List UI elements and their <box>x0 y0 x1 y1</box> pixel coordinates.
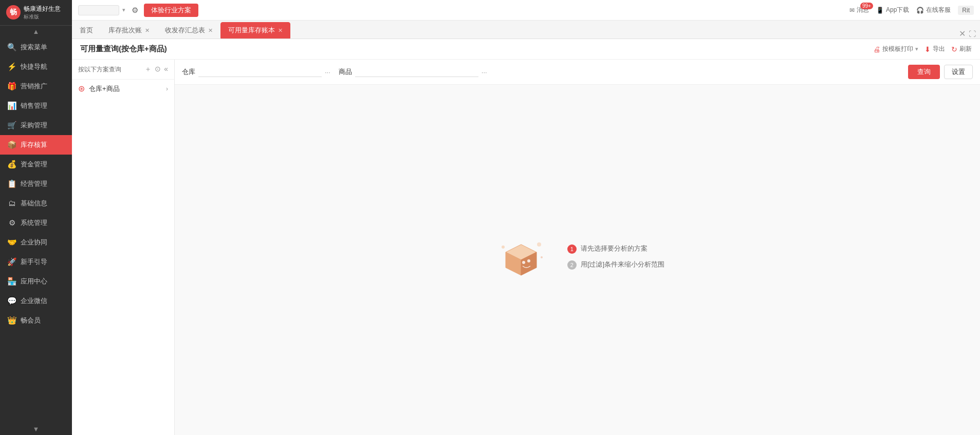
sidebar-item-sales[interactable]: 📊销售管理 <box>0 96 72 116</box>
shortcut-icon: ⚡ <box>7 62 16 71</box>
product-label: 商品 <box>339 67 352 77</box>
left-panel-item-warehouse[interactable]: ⊛ 仓库+商品 › <box>72 80 174 98</box>
sidebar-item-search[interactable]: 🔍搜索菜单 <box>0 37 72 57</box>
sidebar-item-inventory[interactable]: 📦库存核算 <box>0 135 72 155</box>
industry-solution-button[interactable]: 体验行业方案 <box>144 4 198 17</box>
sidebar-item-purchase[interactable]: 🛒采购管理 <box>0 116 72 135</box>
tab-home[interactable]: 首页 <box>72 22 101 39</box>
tab-bar-close-icon[interactable]: ✕ <box>959 29 966 39</box>
topbar: ▾ ⚙ 体验行业方案 ✉ 消息 99+ 📱 App下载 🎧 在线客服 Rit <box>72 0 980 21</box>
print-icon: 🖨 <box>873 45 880 53</box>
breadcrumb-chevron-icon[interactable]: ▾ <box>122 7 125 13</box>
left-panel: 按以下方案查询 ＋ ⊙ « ⊛ 仓库+商品 › <box>72 60 175 435</box>
query-button[interactable]: 查询 <box>908 65 940 79</box>
search-icon: 🔍 <box>7 43 16 52</box>
add-scheme-icon[interactable]: ＋ <box>144 65 152 74</box>
content-area: 按以下方案查询 ＋ ⊙ « ⊛ 仓库+商品 › 仓库 ··· <box>72 60 980 435</box>
logo-icon: 畅 <box>6 5 21 20</box>
scheme-item-chevron-icon: › <box>166 85 168 92</box>
filter-bar-buttons: 查询 设置 <box>908 65 973 79</box>
empty-step-2: 2 用[过滤]条件来缩小分析范围 <box>567 260 664 270</box>
topbar-right: ✉ 消息 99+ 📱 App下载 🎧 在线客服 Rit <box>849 6 974 15</box>
step1-number: 1 <box>567 244 577 254</box>
sidebar-item-marketing[interactable]: 🎁营销推广 <box>0 77 72 96</box>
sidebar-scroll-up[interactable]: ▲ <box>0 26 72 37</box>
message-badge: 99+ <box>860 3 873 9</box>
tab-bar-expand-icon[interactable]: ⛶ <box>969 30 976 38</box>
sidebar-item-member[interactable]: 👑畅会员 <box>0 311 72 330</box>
tab-available-close-icon[interactable]: ✕ <box>278 27 283 34</box>
sidebar-item-operation[interactable]: 📋经营管理 <box>0 174 72 194</box>
app-download-button[interactable]: 📱 App下载 <box>876 6 909 14</box>
svg-point-6 <box>537 242 541 247</box>
basic-icon: 🗂 <box>7 199 16 207</box>
settings-icon[interactable]: ⚙ <box>128 4 141 16</box>
tab-batch[interactable]: 库存批次账 ✕ <box>101 22 157 39</box>
empty-step-1: 1 请先选择要分析的方案 <box>567 244 664 254</box>
product-input[interactable] <box>355 67 478 77</box>
scheme-settings-icon[interactable]: ⊙ <box>155 65 161 74</box>
step2-text: 用[过滤]条件来缩小分析范围 <box>581 260 664 269</box>
empty-state: 1 请先选择要分析的方案 2 用[过滤]条件来缩小分析范围 <box>175 85 980 435</box>
warehouse-input[interactable] <box>198 67 322 77</box>
print-chevron-icon: ▾ <box>915 46 918 52</box>
sidebar-item-system[interactable]: ⚙系统管理 <box>0 213 72 233</box>
sidebar-item-shortcut[interactable]: ⚡快捷导航 <box>0 57 72 77</box>
sidebar-item-newbie[interactable]: 🚀新手引导 <box>0 252 72 272</box>
svg-point-3 <box>522 261 525 264</box>
svg-point-5 <box>502 245 505 249</box>
tab-batch-close-icon[interactable]: ✕ <box>145 27 150 34</box>
left-panel-header-actions: ＋ ⊙ « <box>144 65 168 74</box>
tab-available[interactable]: 可用量库存账本 ✕ <box>220 22 290 39</box>
purchase-icon: 🛒 <box>7 121 16 130</box>
warehouse-more-icon[interactable]: ··· <box>325 68 330 76</box>
online-service-button[interactable]: 🎧 在线客服 <box>916 6 951 14</box>
svg-point-7 <box>541 256 543 258</box>
refresh-action[interactable]: ↻ 刷新 <box>951 45 972 53</box>
system-icon: ⚙ <box>7 218 16 228</box>
sidebar-item-wechat[interactable]: 💬企业微信 <box>0 291 72 311</box>
filter-bar: 仓库 ··· 商品 ··· 查询 设置 <box>175 60 980 85</box>
enterprise-icon: 🤝 <box>7 238 16 247</box>
page-header: 可用量查询(按仓库+商品) 🖨 按模板打印 ▾ ⬇ 导出 ↻ 刷新 <box>72 39 980 60</box>
refresh-icon: ↻ <box>951 45 957 53</box>
sidebar-nav: 🔍搜索菜单 ⚡快捷导航 🎁营销推广 📊销售管理 🛒采购管理 📦库存核算 💰资金管… <box>0 37 72 423</box>
page-title: 可用量查询(按仓库+商品) <box>80 44 167 54</box>
svg-point-4 <box>527 259 530 262</box>
message-icon: ✉ <box>849 7 855 14</box>
left-panel-title: 按以下方案查询 <box>78 65 121 74</box>
phone-icon: 📱 <box>876 7 884 14</box>
member-icon: 👑 <box>7 316 16 325</box>
collapse-left-icon[interactable]: « <box>164 65 168 74</box>
sidebar-item-basic[interactable]: 🗂基础信息 <box>0 194 72 213</box>
export-icon: ⬇ <box>924 45 931 53</box>
tab-summary[interactable]: 收发存汇总表 ✕ <box>157 22 220 39</box>
wechat-icon: 💬 <box>7 296 16 306</box>
export-action[interactable]: ⬇ 导出 <box>924 45 945 53</box>
sidebar-item-appstore[interactable]: 🏪应用中心 <box>0 272 72 291</box>
finance-icon: 💰 <box>7 160 16 169</box>
sidebar-scroll-down[interactable]: ▼ <box>0 423 72 435</box>
topbar-nav: ▾ ⚙ 体验行业方案 <box>78 4 845 17</box>
warehouse-label: 仓库 <box>182 67 195 77</box>
empty-state-illustration <box>490 229 552 291</box>
sidebar-item-enterprise[interactable]: 🤝企业协同 <box>0 233 72 252</box>
scheme-item-icon: ⊛ <box>78 84 85 93</box>
product-more-icon[interactable]: ··· <box>482 68 487 76</box>
product-filter: 商品 ··· <box>339 67 487 77</box>
main-content: ▾ ⚙ 体验行业方案 ✉ 消息 99+ 📱 App下载 🎧 在线客服 Rit <box>72 0 980 435</box>
left-panel-header: 按以下方案查询 ＋ ⊙ « <box>72 60 174 80</box>
newbie-icon: 🚀 <box>7 257 16 267</box>
user-menu[interactable]: Rit <box>958 6 974 15</box>
sidebar-item-finance[interactable]: 💰资金管理 <box>0 155 72 174</box>
breadcrumb <box>78 5 119 15</box>
page-header-actions: 🖨 按模板打印 ▾ ⬇ 导出 ↻ 刷新 <box>873 45 972 53</box>
setting-button[interactable]: 设置 <box>944 65 973 79</box>
operation-icon: 📋 <box>7 179 16 188</box>
message-button[interactable]: ✉ 消息 99+ <box>849 6 869 14</box>
print-action[interactable]: 🖨 按模板打印 ▾ <box>873 45 918 53</box>
step1-text: 请先选择要分析的方案 <box>581 244 648 253</box>
tab-summary-close-icon[interactable]: ✕ <box>208 27 213 34</box>
right-panel: 仓库 ··· 商品 ··· 查询 设置 <box>175 60 980 435</box>
headset-icon: 🎧 <box>916 7 924 14</box>
